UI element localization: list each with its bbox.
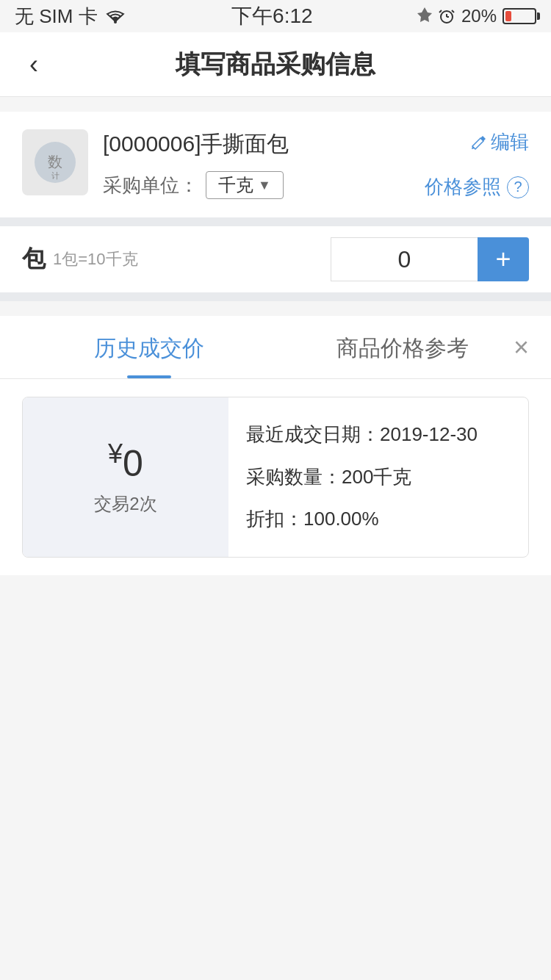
battery-icon	[503, 8, 536, 24]
product-card: 数 计 [0000006]手撕面包 采购单位： 千克 ▼	[0, 112, 551, 217]
history-trades-count: 交易2次	[94, 492, 156, 516]
status-right: 20%	[417, 6, 536, 26]
tabs-bar: 历史成交价 商品价格参考 ×	[0, 316, 551, 379]
tab-price-reference[interactable]: 商品价格参考	[276, 316, 529, 378]
date-label: 最近成交日期：	[246, 423, 380, 445]
section-divider-2	[0, 292, 551, 301]
unit-label: 采购单位：	[103, 173, 198, 198]
svg-line-4	[439, 10, 442, 12]
history-discount-row: 折扣：100.00%	[246, 504, 511, 535]
svg-text:数: 数	[48, 154, 62, 170]
product-unit-row: 采购单位： 千克 ▼	[103, 171, 289, 199]
back-button[interactable]: ‹	[22, 42, 46, 87]
nav-bar: ‹ 填写商品采购信息	[0, 32, 551, 97]
svg-line-5	[452, 10, 454, 12]
page-title: 填写商品采购信息	[176, 48, 375, 82]
history-price-summary: ¥0 交易2次	[23, 397, 228, 557]
qty-value: 200千克	[342, 466, 411, 488]
svg-text:计: 计	[51, 171, 60, 180]
section-divider	[0, 217, 551, 226]
price-ref-button[interactable]: 价格参照 ?	[425, 174, 529, 200]
edit-button[interactable]: 编辑	[470, 129, 529, 155]
history-card: ¥0 交易2次 最近成交日期：2019-12-30 采购数量：200千克 折扣：…	[22, 397, 529, 558]
discount-label: 折扣：	[246, 508, 303, 530]
help-icon: ?	[507, 176, 529, 198]
discount-value: 100.00%	[303, 508, 379, 530]
alarm-icon	[438, 7, 455, 25]
location-icon	[417, 7, 432, 25]
status-time: 下午6:12	[231, 2, 313, 30]
quantity-control: 0 +	[331, 237, 529, 281]
tab-active-indicator	[127, 375, 171, 378]
tab-history-price[interactable]: 历史成交价	[22, 316, 276, 378]
quantity-label: 包 1包=10千克	[22, 243, 138, 275]
quantity-row: 包 1包=10千克 0 +	[0, 226, 551, 292]
bottom-fill	[0, 575, 551, 869]
quantity-input[interactable]: 0	[331, 237, 478, 281]
history-content: ¥0 交易2次 最近成交日期：2019-12-30 采购数量：200千克 折扣：…	[0, 379, 551, 575]
tab-close-button[interactable]: ×	[506, 325, 536, 370]
history-qty-row: 采购数量：200千克	[246, 462, 511, 493]
quantity-plus-button[interactable]: +	[478, 237, 529, 281]
qty-label: 采购数量：	[246, 466, 342, 488]
history-detail: 最近成交日期：2019-12-30 采购数量：200千克 折扣：100.00%	[228, 397, 528, 557]
history-price-value: ¥0	[108, 439, 143, 485]
unit-selector[interactable]: 千克 ▼	[206, 171, 284, 199]
currency-symbol: ¥	[108, 439, 123, 469]
sim-signal-text: 无 SIM 卡	[15, 4, 98, 29]
price-ref-label: 价格参照	[425, 174, 501, 200]
battery-percent: 20%	[461, 6, 497, 26]
qty-unit-desc: 1包=10千克	[53, 248, 138, 270]
product-name: [0000006]手撕面包	[103, 129, 289, 159]
date-value: 2019-12-30	[380, 423, 478, 445]
wifi-icon	[104, 8, 127, 24]
unit-dropdown-arrow: ▼	[258, 178, 271, 193]
edit-label: 编辑	[491, 129, 529, 155]
product-info: [0000006]手撕面包 采购单位： 千克 ▼	[103, 129, 289, 199]
history-date-row: 最近成交日期：2019-12-30	[246, 419, 511, 450]
edit-icon	[470, 134, 486, 151]
qty-unit-name: 包	[22, 243, 46, 275]
status-left: 无 SIM 卡	[15, 4, 127, 29]
product-thumbnail: 数 计	[22, 129, 88, 195]
svg-point-0	[114, 21, 117, 24]
status-bar: 无 SIM 卡 下午6:12 20%	[0, 0, 551, 32]
